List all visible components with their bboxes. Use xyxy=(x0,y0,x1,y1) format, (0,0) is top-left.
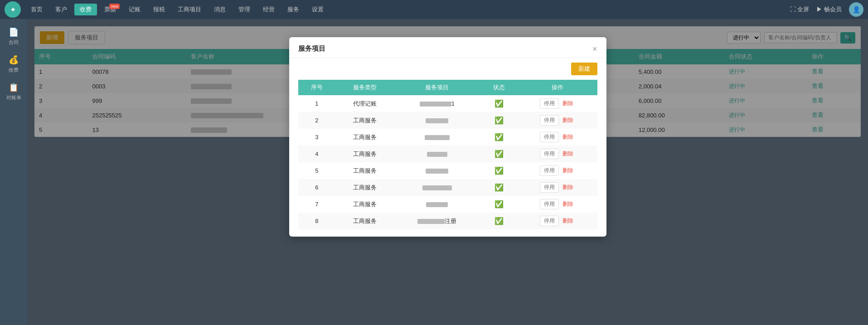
modal-cell-seq: 8 xyxy=(298,213,336,229)
modal-cell-type: 工商服务 xyxy=(335,112,394,129)
status-check-icon: ✅ xyxy=(495,116,504,124)
modal-cell-status: ✅ xyxy=(480,112,518,129)
modal-cell-type: 代理记账 xyxy=(335,95,394,112)
modal-cell-actions: 停用 删除 xyxy=(518,112,597,129)
nav-customer[interactable]: 客户 xyxy=(50,4,73,15)
modal-cell-actions: 停用 删除 xyxy=(518,179,597,196)
modal-cell-item xyxy=(394,162,480,179)
modal-new-button[interactable]: 新建 xyxy=(571,63,597,75)
modal-cell-actions: 停用 删除 xyxy=(518,129,597,146)
sidebar-item-statement[interactable]: 📋 对账单 xyxy=(2,79,25,105)
sidebar: 📄 合同 💰 收费 📋 对账单 xyxy=(0,19,27,325)
modal-cell-item xyxy=(394,112,480,129)
stop-button[interactable]: 停用 xyxy=(540,216,559,226)
delete-button[interactable]: 删除 xyxy=(561,116,575,125)
avatar[interactable]: 👤 xyxy=(849,2,863,17)
sidebar-label-fee: 收费 xyxy=(9,67,19,73)
modal-col-action: 操作 xyxy=(518,80,597,95)
modal-table-row: 6 工商服务 ✅ 停用 删除 xyxy=(298,179,597,196)
delete-button[interactable]: 删除 xyxy=(561,166,575,175)
nav-service[interactable]: 服务 xyxy=(282,4,305,15)
nav-business[interactable]: 工商项目 xyxy=(172,4,207,15)
status-check-icon: ✅ xyxy=(495,150,504,158)
statement-icon: 📋 xyxy=(9,82,19,92)
fullscreen-btn[interactable]: ⛶ 全屏 xyxy=(790,5,810,14)
modal-cell-status: ✅ xyxy=(480,213,518,229)
stop-button[interactable]: 停用 xyxy=(540,165,559,176)
modal-cell-type: 工商服务 xyxy=(335,179,394,196)
modal-title: 服务项目 xyxy=(298,44,325,53)
main-layout: 📄 合同 💰 收费 📋 对账单 新增 服务项目 进行中 已完成 全部 xyxy=(0,19,868,325)
modal-cell-actions: 停用 删除 xyxy=(518,146,597,162)
modal-cell-actions: 停用 删除 xyxy=(518,95,597,112)
modal-col-item: 服务项目 xyxy=(394,80,480,95)
modal-table-row: 7 工商服务 ✅ 停用 删除 xyxy=(298,196,597,213)
service-items-modal: 服务项目 × 新建 序号 服务类型 服务项目 状态 xyxy=(289,37,606,237)
delete-button[interactable]: 删除 xyxy=(561,183,575,192)
modal-cell-seq: 2 xyxy=(298,112,336,129)
stop-button[interactable]: 停用 xyxy=(540,149,559,159)
modal-cell-seq: 1 xyxy=(298,95,336,112)
modal-cell-seq: 3 xyxy=(298,129,336,146)
content-area: 新增 服务项目 进行中 已完成 全部 🔍 序号 合同编码 xyxy=(27,19,868,325)
nav-settings[interactable]: 设置 xyxy=(306,4,329,15)
sidebar-label-contract: 合同 xyxy=(9,39,19,46)
app-logo[interactable]: ✦ xyxy=(5,1,21,18)
modal-table-row: 5 工商服务 ✅ 停用 删除 xyxy=(298,162,597,179)
sidebar-item-fee[interactable]: 💰 收费 xyxy=(2,51,25,77)
nav-message[interactable]: 消息 xyxy=(209,4,231,15)
nav-invoice[interactable]: 票据 new xyxy=(99,4,121,15)
member-btn[interactable]: ▶ 畅会员 xyxy=(816,5,842,14)
delete-button[interactable]: 删除 xyxy=(561,199,575,209)
modal-cell-actions: 停用 删除 xyxy=(518,196,597,213)
stop-button[interactable]: 停用 xyxy=(540,182,559,193)
modal-cell-status: ✅ xyxy=(480,162,518,179)
nav-home[interactable]: 首页 xyxy=(25,4,48,15)
nav-fee[interactable]: 收费 xyxy=(74,4,97,15)
status-check-icon: ✅ xyxy=(495,167,504,175)
delete-button[interactable]: 删除 xyxy=(561,132,575,142)
modal-body: 序号 服务类型 服务项目 状态 操作 1 代理记账 1 ✅ 停用 删除 2 xyxy=(289,80,606,237)
modal-table-row: 3 工商服务 ✅ 停用 删除 xyxy=(298,129,597,146)
modal-overlay[interactable]: 服务项目 × 新建 序号 服务类型 服务项目 状态 xyxy=(27,19,868,325)
stop-button[interactable]: 停用 xyxy=(540,98,559,109)
service-items-table: 序号 服务类型 服务项目 状态 操作 1 代理记账 1 ✅ 停用 删除 2 xyxy=(298,80,597,229)
nav-operation[interactable]: 经营 xyxy=(257,4,280,15)
modal-col-seq: 序号 xyxy=(298,80,336,95)
top-right-icons: ⛶ 全屏 ▶ 畅会员 👤 xyxy=(790,2,863,17)
delete-button[interactable]: 删除 xyxy=(561,149,575,159)
modal-cell-item xyxy=(394,129,480,146)
modal-cell-item xyxy=(394,146,480,162)
modal-cell-status: ✅ xyxy=(480,196,518,213)
modal-cell-status: ✅ xyxy=(480,179,518,196)
nav-bookkeeping[interactable]: 记账 xyxy=(123,4,146,15)
nav-manage[interactable]: 管理 xyxy=(233,4,256,15)
modal-table-header: 序号 服务类型 服务项目 状态 操作 xyxy=(298,80,597,95)
modal-table-row: 2 工商服务 ✅ 停用 删除 xyxy=(298,112,597,129)
status-check-icon: ✅ xyxy=(495,133,504,141)
modal-table-row: 8 工商服务 注册 ✅ 停用 删除 xyxy=(298,213,597,229)
modal-col-type: 服务类型 xyxy=(335,80,394,95)
modal-cell-actions: 停用 删除 xyxy=(518,213,597,229)
status-check-icon: ✅ xyxy=(495,184,504,191)
sidebar-item-contract[interactable]: 📄 合同 xyxy=(2,24,25,49)
modal-cell-seq: 5 xyxy=(298,162,336,179)
modal-cell-item xyxy=(394,196,480,213)
modal-close-button[interactable]: × xyxy=(592,45,597,53)
modal-cell-status: ✅ xyxy=(480,129,518,146)
modal-cell-item: 1 xyxy=(394,95,480,112)
modal-cell-item xyxy=(394,179,480,196)
stop-button[interactable]: 停用 xyxy=(540,115,559,126)
status-check-icon: ✅ xyxy=(495,200,504,208)
delete-button[interactable]: 删除 xyxy=(561,99,575,108)
modal-cell-type: 工商服务 xyxy=(335,129,394,146)
modal-col-status: 状态 xyxy=(480,80,518,95)
modal-cell-type: 工商服务 xyxy=(335,213,394,229)
modal-cell-status: ✅ xyxy=(480,95,518,112)
delete-button[interactable]: 删除 xyxy=(561,216,575,226)
modal-cell-type: 工商服务 xyxy=(335,196,394,213)
stop-button[interactable]: 停用 xyxy=(540,199,559,209)
nav-tax[interactable]: 报税 xyxy=(148,4,170,15)
stop-button[interactable]: 停用 xyxy=(540,132,559,142)
status-check-icon: ✅ xyxy=(495,100,504,107)
